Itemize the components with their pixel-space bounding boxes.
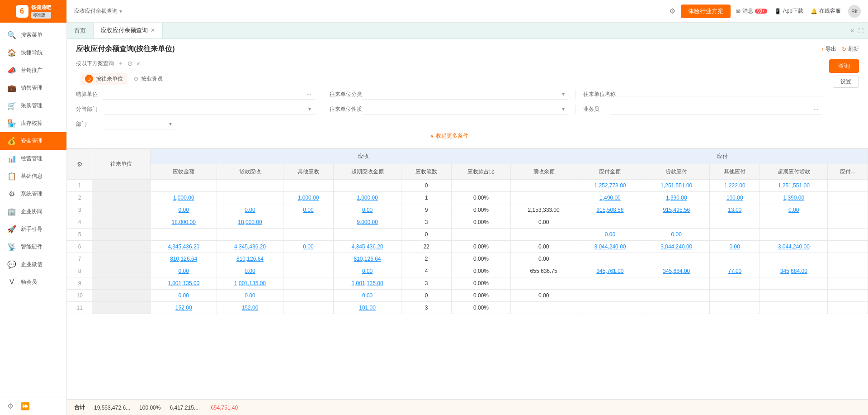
filter-by-partner[interactable]: ⊙ 按往来单位 <box>80 73 127 85</box>
pay-cell[interactable]: 3,044,240.00 <box>643 241 710 253</box>
sidebar-item-wechat[interactable]: 💬 企业微信 <box>0 256 66 273</box>
app-download-btn[interactable]: 📱 App下载 <box>774 7 803 15</box>
amount-cell[interactable]: 1,000.00 <box>151 192 217 204</box>
sidebar-item-quicknav[interactable]: 🏠 快捷导航 <box>0 44 66 62</box>
col-settings[interactable]: ⚙ <box>67 149 92 180</box>
tab-close-page-icon[interactable]: ✕ <box>850 28 854 34</box>
message-btn[interactable]: ✉ 消息 99+ <box>736 7 767 15</box>
amount-cell[interactable]: 152.00 <box>217 302 283 314</box>
pay-cell[interactable]: 1,251,551.00 <box>643 180 710 192</box>
filter-settings-icon[interactable]: ⊙ <box>127 60 133 67</box>
header-settings-icon[interactable]: ⚙ <box>669 7 675 15</box>
filter-collapse-icon[interactable]: « <box>137 60 140 67</box>
amount-cell[interactable]: 810,126.64 <box>151 253 217 265</box>
amount-cell[interactable]: 1,000.00 <box>334 192 401 204</box>
amount-cell[interactable]: 18,000.00 <box>151 216 217 229</box>
pay-cell[interactable]: 1,390.00 <box>760 192 828 204</box>
amount-cell[interactable]: 0.00 <box>334 204 401 216</box>
pay-cell[interactable]: 915,508.56 <box>577 204 643 216</box>
amount-cell[interactable]: 1,001,135.00 <box>334 277 401 290</box>
collapse-icon[interactable]: ⏩ <box>21 402 30 410</box>
amount-cell[interactable]: 4,345,436.20 <box>151 241 217 253</box>
pay-cell[interactable]: 0.00 <box>643 229 710 241</box>
settlement-input[interactable]: ··· <box>103 89 315 100</box>
pay-cell[interactable]: 3,044,240.00 <box>577 241 643 253</box>
amount-cell[interactable]: 1,001,135.00 <box>151 277 217 290</box>
subdept-input[interactable]: ▾ <box>103 119 175 129</box>
pay-cell[interactable]: 13.00 <box>710 204 760 216</box>
pay-cell[interactable]: 345,684.00 <box>760 265 828 277</box>
trial-btn[interactable]: 体验行业方案 <box>681 5 731 18</box>
amount-cell[interactable]: 1,000.00 <box>283 192 333 204</box>
amount-cell[interactable]: 9,000.00 <box>334 216 401 229</box>
pay-cell[interactable]: 0.00 <box>577 229 643 241</box>
amount-cell[interactable]: 0.00 <box>283 204 333 216</box>
pay-cell[interactable]: 3,044,240.00 <box>760 241 828 253</box>
amount-cell[interactable]: 0.00 <box>334 290 401 302</box>
sidebar-item-guide[interactable]: 🚀 新手引导 <box>0 220 66 238</box>
amount-cell[interactable]: 810,126.64 <box>334 253 401 265</box>
tab-home[interactable]: 首页 <box>67 23 94 38</box>
pay-cell[interactable]: 0.00 <box>710 241 760 253</box>
query-button[interactable]: 查询 <box>829 59 859 73</box>
pay-cell[interactable]: 1,490.00 <box>577 192 643 204</box>
refresh-btn[interactable]: ↻ 刷新 <box>842 45 859 53</box>
table-settings-icon[interactable]: ⚙ <box>77 161 83 168</box>
breadcrumb-dropdown-icon[interactable]: ▾ <box>119 8 122 14</box>
dept-input[interactable]: ▾ <box>103 104 315 114</box>
pay-cell[interactable]: 77.00 <box>710 265 760 277</box>
amount-cell[interactable]: 0.00 <box>217 290 283 302</box>
sidebar-item-finance[interactable]: 💰 资金管理 <box>0 132 66 150</box>
amount-cell[interactable]: 0.00 <box>334 265 401 277</box>
sidebar-item-corp[interactable]: 🏢 企业协同 <box>0 203 66 220</box>
amount-cell[interactable]: 1,001,135.00 <box>217 277 283 290</box>
pay-cell[interactable]: 345,761.00 <box>577 265 643 277</box>
tab-expand-icon[interactable]: ⛶ <box>858 28 863 34</box>
sidebar-item-member[interactable]: V 畅会员 <box>0 273 66 291</box>
export-btn[interactable]: ↑ 导出 <box>821 45 836 53</box>
collapse-btn[interactable]: ∧ 收起更多条件 <box>76 129 822 143</box>
online-service-btn[interactable]: 🔔 在线客服 <box>811 7 841 15</box>
partner-name-input[interactable] <box>616 92 822 96</box>
amount-cell[interactable]: 101.00 <box>334 302 401 314</box>
pay-cell[interactable]: 100.00 <box>710 192 760 204</box>
filter-by-salesman[interactable]: ⊙ 按业务员 <box>129 73 167 85</box>
amount-cell[interactable]: 0.00 <box>217 204 283 216</box>
pay-cell[interactable]: 1,252,773.00 <box>577 180 643 192</box>
tab-close-icon[interactable]: ✕ <box>151 27 155 33</box>
settings-icon[interactable]: ⚙ <box>7 402 14 410</box>
pay-cell[interactable]: 1,390.00 <box>643 192 710 204</box>
salesman-input[interactable]: ··· <box>610 104 822 114</box>
pay-cell[interactable]: 345,684.00 <box>643 265 710 277</box>
amount-cell[interactable]: 810,126.64 <box>217 253 283 265</box>
sidebar-item-inventory[interactable]: 🏪 库存核算 <box>0 114 66 132</box>
amount-cell[interactable]: 18,000.00 <box>217 216 283 229</box>
amount-cell[interactable]: 0.00 <box>151 204 217 216</box>
tab-receivable[interactable]: 应收应付余额查询 ✕ <box>94 23 163 38</box>
sidebar-item-operation[interactable]: 📊 经营管理 <box>0 150 66 167</box>
partner-cat-input[interactable]: ▾ <box>362 89 568 100</box>
sidebar-item-marketing[interactable]: 📣 营销推广 <box>0 62 66 79</box>
amount-cell[interactable]: 0.00 <box>217 265 283 277</box>
amount-cell[interactable]: 0.00 <box>151 290 217 302</box>
amount-cell[interactable]: 0.00 <box>151 265 217 277</box>
sidebar-item-search[interactable]: 🔍 搜索菜单 <box>0 26 66 44</box>
pay-cell[interactable]: 0.00 <box>760 204 828 216</box>
sidebar-item-system[interactable]: ⚙ 系统管理 <box>0 185 66 203</box>
amount-cell[interactable]: 0.00 <box>283 241 333 253</box>
sidebar-item-basic[interactable]: 📋 基础信息 <box>0 167 66 185</box>
filter-add-icon[interactable]: ＋ <box>118 59 124 67</box>
pay-cell[interactable]: 1,251,551.00 <box>760 180 828 192</box>
partner-nature-input[interactable]: ▾ <box>362 104 568 114</box>
amount-cell[interactable]: 152.00 <box>151 302 217 314</box>
amount-cell[interactable]: 4,345,436.20 <box>334 241 401 253</box>
pay-cell <box>828 241 868 253</box>
pay-cell[interactable]: 915,495.56 <box>643 204 710 216</box>
sidebar-item-purchase[interactable]: 🛒 采购管理 <box>0 97 66 114</box>
user-avatar[interactable]: Rit <box>848 5 861 18</box>
sidebar-item-hardware[interactable]: 📡 智能硬件 <box>0 238 66 256</box>
amount-cell[interactable]: 4,345,436.20 <box>217 241 283 253</box>
sidebar-item-sales[interactable]: 💼 销售管理 <box>0 79 66 97</box>
pay-cell[interactable]: 1,222.00 <box>710 180 760 192</box>
setting-button[interactable]: 设置 <box>833 76 859 88</box>
